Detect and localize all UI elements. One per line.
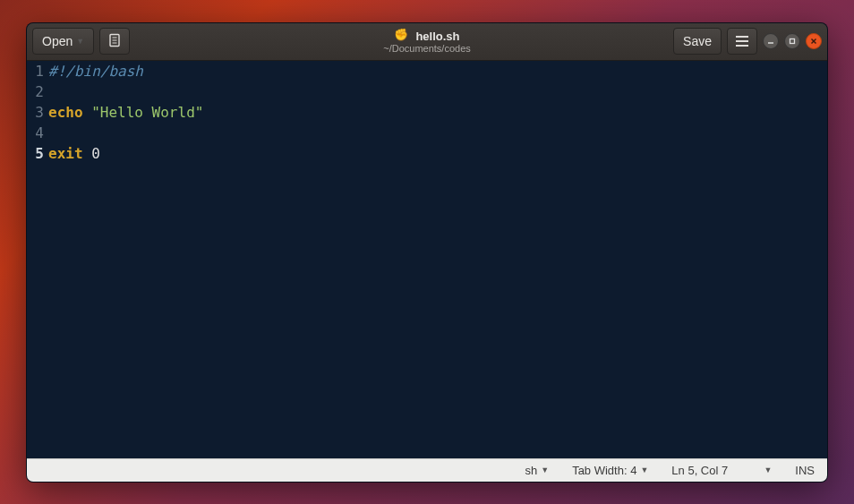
code-line[interactable]: #!/bin/bash [48, 61, 827, 81]
svg-rect-5 [790, 39, 795, 44]
file-path: ~/Documents/codes [383, 43, 471, 54]
editor-area[interactable]: 12345 #!/bin/bash echo "Hello World" exi… [27, 61, 827, 458]
open-button-label: Open [42, 34, 73, 48]
tab-width-label: Tab Width: 4 [572, 464, 636, 477]
code-line[interactable] [48, 81, 827, 102]
line-number: 4 [27, 123, 44, 143]
cursor-position-label: Ln 5, Col 7 [671, 464, 728, 477]
caret-down-icon: ▼ [640, 466, 648, 474]
file-name: hello.sh [415, 30, 459, 43]
code-line[interactable]: exit 0 [48, 143, 827, 164]
cursor-position[interactable]: Ln 5, Col 7 ▼ [668, 464, 775, 477]
caret-down-icon: ▼ [541, 466, 549, 474]
save-button[interactable]: Save [673, 28, 722, 55]
hamburger-icon [736, 36, 748, 47]
gedit-window: Open ▼ ✊ hello.sh ~/Documents/codes Save [26, 22, 828, 483]
line-number: 2 [27, 81, 44, 102]
statusbar: sh ▼ Tab Width: 4 ▼ Ln 5, Col 7 ▼ INS [27, 458, 827, 482]
titlebar: Open ▼ ✊ hello.sh ~/Documents/codes Save [27, 23, 827, 61]
insert-mode[interactable]: INS [791, 464, 818, 477]
window-minimize-button[interactable] [763, 33, 779, 49]
new-document-icon [107, 33, 122, 50]
line-number-gutter: 12345 [27, 61, 47, 458]
window-close-button[interactable] [806, 33, 822, 49]
language-label: sh [525, 464, 537, 477]
new-document-button[interactable] [99, 28, 130, 55]
save-button-label: Save [683, 34, 712, 48]
line-number: 3 [27, 102, 44, 123]
code-content[interactable]: #!/bin/bash echo "Hello World" exit 0 [47, 61, 827, 458]
grip-icon: ✊ [394, 28, 408, 41]
open-button[interactable]: Open ▼ [32, 28, 94, 55]
line-number: 1 [27, 61, 44, 81]
caret-down-icon: ▼ [764, 466, 772, 474]
code-line[interactable] [48, 123, 827, 143]
window-maximize-button[interactable] [784, 33, 800, 49]
insert-mode-label: INS [795, 464, 815, 477]
caret-down-icon: ▼ [76, 37, 84, 46]
code-line[interactable]: echo "Hello World" [48, 102, 827, 123]
menu-button[interactable] [727, 28, 757, 55]
tab-width-selector[interactable]: Tab Width: 4 ▼ [568, 464, 652, 477]
line-number: 5 [27, 143, 44, 164]
language-selector[interactable]: sh ▼ [521, 464, 552, 477]
